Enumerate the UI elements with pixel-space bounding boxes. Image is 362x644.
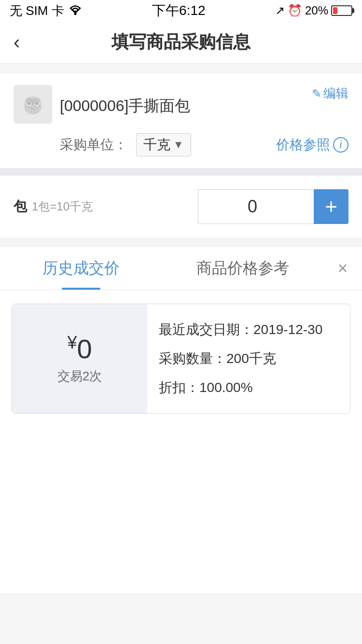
product-logo-icon [18,90,47,119]
tab-bar: 历史成交价 商品价格参考 × [0,247,362,290]
tab-price-ref-label: 商品价格参考 [196,258,289,279]
close-icon: × [337,258,348,279]
price-ref-info-icon: i [333,137,348,153]
status-time: 下午6:12 [152,1,206,20]
tab-section: 历史成交价 商品价格参考 × ¥0 交易2次 最近成交日期：2019-12-30… [0,247,362,593]
quantity-input[interactable] [198,189,314,224]
discount-value: 100.00% [199,380,253,395]
quantity-row-detail: 采购数量：200千克 [159,349,338,369]
tab-close-button[interactable]: × [323,247,362,290]
svg-point-0 [74,13,76,15]
price-value: 0 [77,333,92,364]
unit-section: 采购单位： 千克 ▼ [60,133,191,156]
quantity-unit-badge: 包 [14,197,27,216]
quantity-detail-label: 采购数量： [159,351,226,366]
transaction-count: 交易2次 [57,368,102,385]
product-header: [0000006]手撕面包 ✎ 编辑 [14,85,348,124]
edit-icon: ✎ [312,87,321,100]
product-name: [0000006]手撕面包 [60,92,190,117]
latest-date-row: 最近成交日期：2019-12-30 [159,320,338,340]
history-price-summary: ¥0 交易2次 [12,304,147,413]
quantity-row: 包 1包=10千克 + [0,176,362,238]
location-icon: ↗ [275,4,285,17]
unit-dropdown-icon: ▼ [173,139,184,151]
back-button[interactable]: ‹ [14,31,20,53]
product-thumbnail [14,85,52,124]
history-details: 最近成交日期：2019-12-30 采购数量：200千克 折扣：100.00% [147,304,350,413]
tab-history-label: 历史成交价 [42,258,120,279]
tab-content: ¥0 交易2次 最近成交日期：2019-12-30 采购数量：200千克 折扣：… [0,304,362,593]
alarm-icon: ⏰ [288,4,302,17]
price-ref-label: 价格参照 [276,136,330,154]
currency-symbol: ¥ [67,333,77,352]
sim-status: 无 SIM 卡 [10,2,64,19]
plus-icon: + [325,195,337,219]
price-ref-button[interactable]: 价格参照 i [276,136,348,154]
unit-value: 千克 [143,136,170,154]
nav-bar: ‹ 填写商品采购信息 [0,21,362,64]
discount-row: 折扣：100.00% [159,378,338,398]
history-card: ¥0 交易2次 最近成交日期：2019-12-30 采购数量：200千克 折扣：… [12,304,350,414]
page-title: 填写商品采购信息 [111,30,251,54]
product-card: [0000006]手撕面包 ✎ 编辑 采购单位： 千克 ▼ 价格参照 i [0,73,362,168]
wifi-icon [68,3,83,18]
unit-select-button[interactable]: 千克 ▼ [136,133,191,156]
battery-percent: 20% [305,4,328,17]
discount-label: 折扣： [159,380,199,395]
status-bar: 无 SIM 卡 下午6:12 ↗ ⏰ 20% [0,0,362,21]
quantity-input-group: + [198,189,348,224]
edit-button[interactable]: ✎ 编辑 [312,85,348,102]
tab-history-price[interactable]: 历史成交价 [0,247,162,290]
product-left: [0000006]手撕面包 [14,85,190,124]
unit-label: 采购单位： [60,137,127,152]
svg-point-6 [25,97,41,104]
status-left: 无 SIM 卡 [10,2,83,19]
tab-price-reference[interactable]: 商品价格参考 [162,247,323,290]
quantity-label-area: 包 1包=10千克 [14,197,93,216]
latest-date-value: 2019-12-30 [253,322,322,337]
quantity-plus-button[interactable]: + [314,189,348,224]
section-divider [0,168,362,176]
latest-date-label: 最近成交日期： [159,322,253,337]
edit-label: 编辑 [323,85,348,102]
product-unit-row: 采购单位： 千克 ▼ 价格参照 i [60,133,348,156]
quantity-hint: 1包=10千克 [32,199,93,214]
quantity-detail-value: 200千克 [226,351,276,366]
battery-icon [331,5,352,16]
status-right: ↗ ⏰ 20% [275,4,352,17]
history-price-display: ¥0 [67,333,92,364]
